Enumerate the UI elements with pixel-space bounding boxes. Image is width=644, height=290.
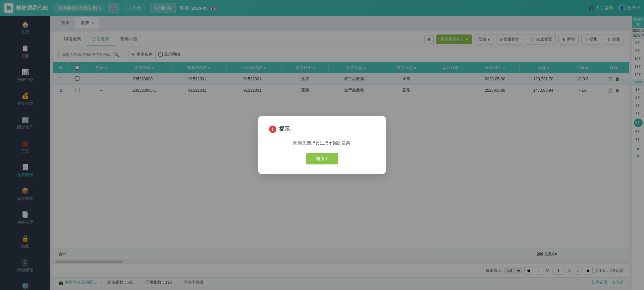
exclamation-icon: ! [272,127,274,132]
modal-confirm-button[interactable]: 知道了 [306,153,338,164]
modal-title: 提示 [279,126,290,133]
modal-title-row: ! 提示 [269,126,290,133]
modal-message: 亲,请先选择要生成单据的发票! [292,140,352,147]
modal-warning-icon: ! [269,126,276,133]
modal-box: ! 提示 亲,请先选择要生成单据的发票! 知道了 [258,116,386,174]
modal-overlay: ! 提示 亲,请先选择要生成单据的发票! 知道了 [0,0,644,290]
